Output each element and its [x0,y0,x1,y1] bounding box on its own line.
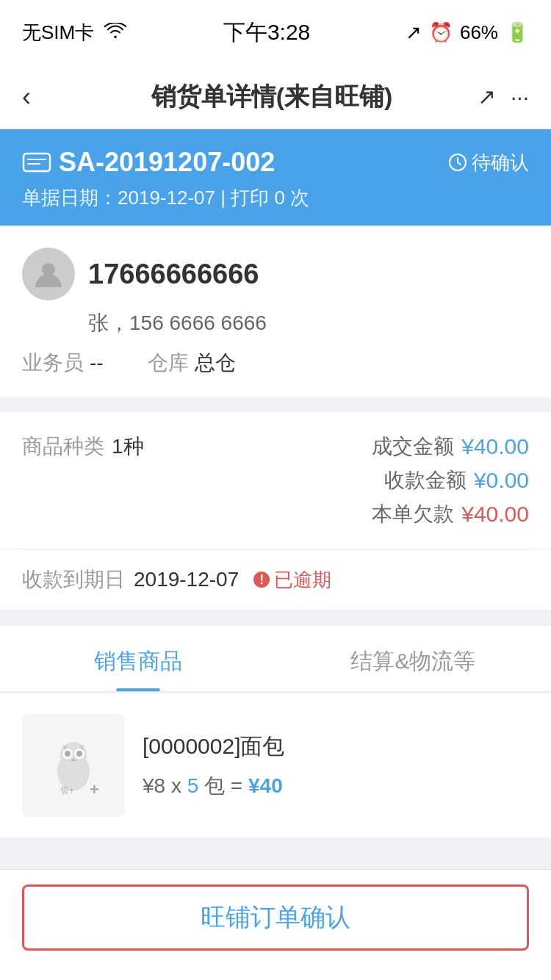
product-thumbnail: + 管+ [37,729,110,802]
equals-sign: = [231,774,248,797]
status-right: ↗ ⏰ 66% 🔋 [406,21,529,44]
product-name: [0000002]面包 [143,732,529,762]
customer-meta: 业务员 -- 仓库 总仓 [22,349,529,377]
order-id: SA-20191207-002 [22,147,275,178]
product-info: [0000002]面包 ¥8 x 5 包 = ¥40 [143,732,529,800]
transaction-row: 成交金额 ¥40.00 [372,433,529,461]
product-type-value: 1种 [112,433,144,461]
payment-row: 收款金额 ¥0.00 [384,466,529,494]
quantity: 5 [187,774,199,797]
battery-icon: 🔋 [505,21,529,44]
due-label: 收款到期日 [22,566,125,594]
order-header: SA-20191207-002 待确认 单据日期：2019-12-07 | 打印… [0,129,551,226]
customer-row: 17666666666 [22,248,529,300]
svg-point-8 [65,751,71,757]
summary-card: 商品种类 1种 成交金额 ¥40.00 收款金额 ¥0.00 本单欠款 ¥40.… [0,412,551,549]
wifi-icon [103,21,128,44]
clock-icon [448,153,467,172]
overdue-text: 已逾期 [274,567,331,593]
warehouse-item: 仓库 总仓 [148,349,236,377]
balance-value: ¥40.00 [461,502,529,527]
product-price-detail: ¥8 x 5 包 = ¥40 [143,772,529,800]
location-icon: ↗ [406,21,422,44]
payment-value: ¥0.00 [474,468,529,493]
confirm-button[interactable]: 旺铺订单确认 [22,884,529,951]
status-time: 下午3:28 [223,18,310,48]
overdue-icon: ! [253,572,270,588]
battery-text: 66% [460,21,498,44]
customer-name: 张，156 6666 6666 [88,309,529,337]
product-item: + 管+ [0000002]面包 ¥8 x 5 包 = ¥40 [0,693,551,837]
transaction-label: 成交金额 [372,433,454,461]
nav-bar: ‹ 销货单详情(来自旺铺) ↗︎ ··· [0,65,551,129]
page-title: 销货单详情(来自旺铺) [151,80,393,114]
more-icon[interactable]: ··· [511,84,529,109]
salesperson-value: -- [90,351,104,375]
avatar [22,248,75,300]
svg-point-9 [76,751,82,757]
amounts-group: 成交金额 ¥40.00 收款金额 ¥0.00 本单欠款 ¥40.00 [372,433,529,528]
tab-sales[interactable]: 销售商品 [0,626,276,691]
due-date-card: 收款到期日 2019-12-07 ! 已逾期 [0,550,551,610]
product-type-label: 商品种类 [22,433,104,461]
transaction-value: ¥40.00 [461,434,529,459]
balance-row: 本单欠款 ¥40.00 [372,500,529,528]
customer-phone: 17666666666 [88,259,259,290]
customer-card: 17666666666 张，156 6666 6666 业务员 -- 仓库 总仓 [0,227,551,397]
due-date-value: 2019-12-07 [134,568,239,591]
order-date: 单据日期：2019-12-07 | 打印 0 次 [22,185,529,211]
svg-rect-0 [24,154,50,171]
overdue-badge: ! 已逾期 [253,567,331,593]
nav-actions: ↗︎ ··· [478,84,529,109]
carrier-text: 无SIM卡 [22,20,94,46]
product-total: ¥40 [248,774,283,797]
status-bar: 无SIM卡 下午3:28 ↗ ⏰ 66% 🔋 [0,0,551,65]
warehouse-value: 总仓 [195,349,236,377]
tab-settlement[interactable]: 结算&物流等 [276,626,551,691]
salesperson-item: 业务员 -- [22,349,104,377]
product-list: + 管+ [0000002]面包 ¥8 x 5 包 = ¥40 [0,693,551,837]
svg-text:管+: 管+ [60,785,74,796]
warehouse-label: 仓库 [148,349,189,377]
unit: 包 [204,774,225,797]
share-icon[interactable]: ↗︎ [478,84,496,109]
svg-text:+: + [90,780,99,799]
tabs-container: 销售商品 结算&物流等 [0,626,551,692]
bottom-bar: 旺铺订单确认 [0,869,551,980]
unit-price: ¥8 [143,774,165,797]
alarm-icon: ⏰ [429,21,453,44]
order-status: 待确认 [448,150,529,176]
divider-2 [0,610,551,624]
summary-row: 商品种类 1种 成交金额 ¥40.00 收款金额 ¥0.00 本单欠款 ¥40.… [22,433,529,528]
divider-1 [0,397,551,412]
product-image: + 管+ [22,714,125,817]
payment-label: 收款金额 [384,466,467,494]
balance-label: 本单欠款 [372,500,454,528]
order-icon [22,151,51,174]
multiply-sign: x [171,774,187,797]
product-type-group: 商品种类 1种 [22,433,144,461]
salesperson-label: 业务员 [22,349,84,377]
back-button[interactable]: ‹ [22,82,66,112]
status-left: 无SIM卡 [22,20,128,46]
order-id-row: SA-20191207-002 待确认 [22,147,529,178]
